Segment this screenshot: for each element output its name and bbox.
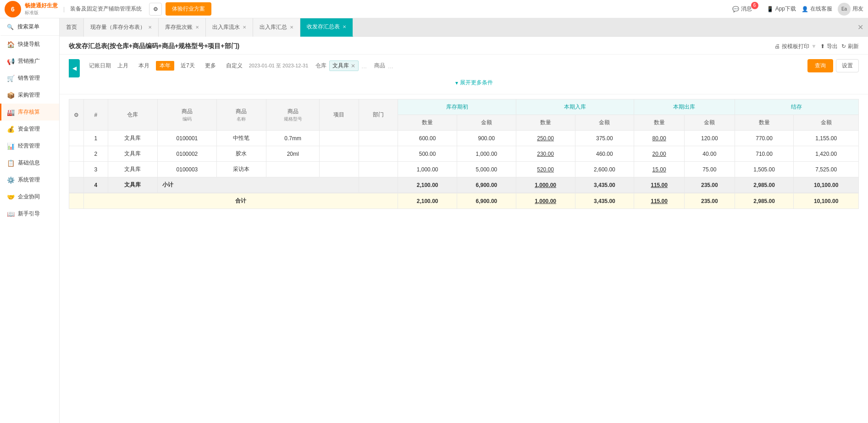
basic-icon: 📋 — [7, 159, 14, 167]
business-icon: 📊 — [7, 143, 14, 150]
system-name: 装备及固定资产辅助管理系统 — [70, 5, 142, 13]
purchase-icon: 📦 — [7, 92, 14, 99]
warehouse-tag-close[interactable]: ✕ — [351, 63, 355, 69]
app-edition: 标准版 — [25, 10, 58, 16]
col-bal-qty: 数量 — [735, 115, 794, 131]
goods-label: 商品 — [374, 62, 385, 70]
tab-close-inout-flow[interactable]: ✕ — [243, 25, 246, 30]
sidebar-item-business[interactable]: 📊 经营管理 — [0, 137, 59, 154]
col-in-qty: 数量 — [516, 115, 575, 131]
total-in-amt: 3,435.00 — [575, 193, 634, 209]
col-out-amt: 金额 — [684, 115, 735, 131]
date-options: 上月 本月 本年 近7天 更多 自定义 — [114, 61, 246, 71]
sidebar-item-guide[interactable]: 📖 新手引导 — [0, 205, 59, 222]
col-out-qty: 数量 — [634, 115, 685, 131]
data-table: ⚙ # 仓库 商品编码 商品名称 商品规格型号 项目 部门 库存期初 本期入库 — [69, 99, 859, 209]
app-slogan: 畅捷通好生意 — [25, 2, 58, 10]
total-start-amt: 6,900.00 — [457, 193, 516, 209]
tab-inout-summary[interactable]: 出入库汇总 ✕ — [253, 18, 300, 37]
export-btn[interactable]: ⬆ 导出 — [820, 43, 838, 50]
table-row: 3 文具库 0100003 采访本 1,000.00 5,000.00 520.… — [69, 162, 859, 177]
tab-batch[interactable]: 库存批次账 ✕ — [159, 18, 206, 37]
total-in-qty[interactable]: 1,000.00 — [516, 193, 575, 209]
settings-icon[interactable]: ⚙ — [149, 3, 162, 16]
date-btn-more[interactable]: 更多 — [201, 61, 220, 71]
sales-icon: 🛒 — [7, 75, 14, 82]
marketing-icon: 📢 — [7, 58, 14, 65]
date-btn-this-year[interactable]: 本年 — [156, 61, 174, 71]
content-area: 首页 现存量（库存分布表） ✕ 库存批次账 ✕ 出入库流水 ✕ 出入库汇总 ✕ — [60, 18, 868, 423]
tab-close-batch[interactable]: ✕ — [195, 25, 199, 30]
col-department: 部门 — [359, 99, 398, 131]
sidebar-item-inventory[interactable]: 🏭 库存核算 — [0, 104, 59, 121]
message-item[interactable]: 💬 消息 6 — [732, 5, 761, 13]
try-btn[interactable]: 体验行业方案 — [166, 2, 211, 16]
user-item[interactable]: Ea 用友 — [838, 3, 863, 16]
refresh-btn[interactable]: ↻ 刷新 — [841, 43, 859, 50]
col-group-period-out: 本期出库 — [634, 99, 735, 115]
message-badge: 6 — [751, 2, 758, 9]
date-range: 2023-01-01 至 2023-12-31 — [249, 62, 309, 69]
table-settings-col[interactable]: ⚙ — [69, 99, 84, 131]
sidebar-item-sales[interactable]: 🛒 销售管理 — [0, 70, 59, 87]
tab-recv-send[interactable]: 收发存汇总表 ✕ — [300, 18, 353, 37]
app-download-item[interactable]: 📱 App下载 — [767, 5, 796, 13]
tab-close-inout-summary[interactable]: ✕ — [290, 25, 293, 30]
header-actions: 🖨 按模板打印 ▼ ⬆ 导出 ↻ 刷新 — [774, 43, 859, 50]
warehouse-tag-text: 文具库 — [332, 62, 349, 70]
total-out-qty[interactable]: 115.00 — [634, 193, 685, 209]
print-btn[interactable]: 🖨 按模板打印 ▼ — [774, 43, 817, 50]
top-bar-left: 6 畅捷通好生意 标准版 | 装备及固定资产辅助管理系统 ⚙ 体验行业方案 — [5, 1, 211, 17]
tab-close-stock-dist[interactable]: ✕ — [148, 25, 152, 30]
enterprise-icon: 🤝 — [7, 193, 14, 201]
message-icon: 💬 — [732, 6, 739, 12]
total-start-qty: 2,100.00 — [398, 193, 457, 209]
top-bar: 6 畅捷通好生意 标准版 | 装备及固定资产辅助管理系统 ⚙ 体验行业方案 💬 … — [0, 0, 868, 18]
date-btn-7days[interactable]: 近7天 — [177, 61, 199, 71]
home-icon: 🏠 — [7, 41, 14, 48]
set-btn[interactable]: 设置 — [836, 59, 859, 72]
total-row: 合计 2,100.00 6,900.00 1,000.00 3,435.00 1… — [69, 193, 859, 209]
sidebar-item-purchase[interactable]: 📦 采购管理 — [0, 87, 59, 104]
tab-inout-flow[interactable]: 出入库流水 ✕ — [206, 18, 253, 37]
sidebar-item-enterprise[interactable]: 🤝 企业协同 — [0, 188, 59, 205]
expand-conditions-btn[interactable]: ▾ 展开更多条件 — [455, 79, 493, 87]
filter-toggle[interactable]: ◀ — [69, 59, 80, 77]
date-btn-last-month[interactable]: 上月 — [114, 61, 132, 71]
sidebar-item-marketing[interactable]: 📢 营销推广 — [0, 53, 59, 70]
tab-home[interactable]: 首页 — [60, 18, 84, 37]
service-icon: 👤 — [802, 6, 808, 12]
col-goods-code: 商品编码 — [158, 99, 217, 131]
sidebar-search[interactable]: 🔍 搜索菜单 — [0, 18, 59, 36]
col-group-period-start: 库存期初 — [398, 99, 516, 115]
sidebar-item-system[interactable]: ⚙️ 系统管理 — [0, 171, 59, 188]
date-label: 记账日期 — [89, 62, 111, 70]
top-bar-right: 💬 消息 6 📱 App下载 👤 在线客服 Ea 用友 — [732, 3, 863, 16]
tab-bar: 首页 现存量（库存分布表） ✕ 库存批次账 ✕ 出入库流水 ✕ 出入库汇总 ✕ — [60, 18, 868, 37]
avatar: Ea — [838, 3, 851, 16]
page-content: 收发存汇总表(按仓库+商品编码+商品+规格型号+项目+部门) 🖨 按模板打印 ▼… — [60, 37, 868, 423]
sidebar-label: 快捷导航 — [18, 40, 40, 48]
page-header: 收发存汇总表(按仓库+商品编码+商品+规格型号+项目+部门) 🖨 按模板打印 ▼… — [60, 37, 868, 55]
date-btn-this-month[interactable]: 本月 — [135, 61, 153, 71]
tab-stock-dist[interactable]: 现存量（库存分布表） ✕ — [84, 18, 159, 37]
sidebar-label: 资金管理 — [18, 125, 40, 133]
sidebar-item-basic[interactable]: 📋 基础信息 — [0, 154, 59, 171]
sidebar-item-finance[interactable]: 💰 资金管理 — [0, 121, 59, 137]
tab-bar-close-icon[interactable]: ✕ — [853, 23, 868, 32]
filter-row-1: 记账日期 上月 本月 本年 近7天 更多 自定义 — [89, 59, 859, 72]
tab-close-recv-send[interactable]: ✕ — [343, 24, 346, 29]
table-container: ⚙ # 仓库 商品编码 商品名称 商品规格型号 项目 部门 库存期初 本期入库 — [60, 99, 868, 209]
col-start-qty: 数量 — [398, 115, 457, 131]
query-btn[interactable]: 查询 — [807, 59, 833, 72]
col-group-period-in: 本期入库 — [516, 99, 634, 115]
subtotal-row: 4 文具库 小计 2,100.00 6,900.00 1,000.00 3,43… — [69, 177, 859, 193]
sidebar-item-quick-nav[interactable]: 🏠 快捷导航 — [0, 36, 59, 53]
col-in-amt: 金额 — [575, 115, 634, 131]
date-btn-custom[interactable]: 自定义 — [222, 61, 246, 71]
warehouse-more[interactable]: ... — [361, 62, 367, 70]
total-bal-amt: 10,100.00 — [794, 193, 859, 209]
goods-more[interactable]: ... — [388, 62, 393, 70]
sidebar-label: 企业协同 — [18, 193, 40, 201]
online-service-item[interactable]: 👤 在线客服 — [802, 5, 832, 13]
